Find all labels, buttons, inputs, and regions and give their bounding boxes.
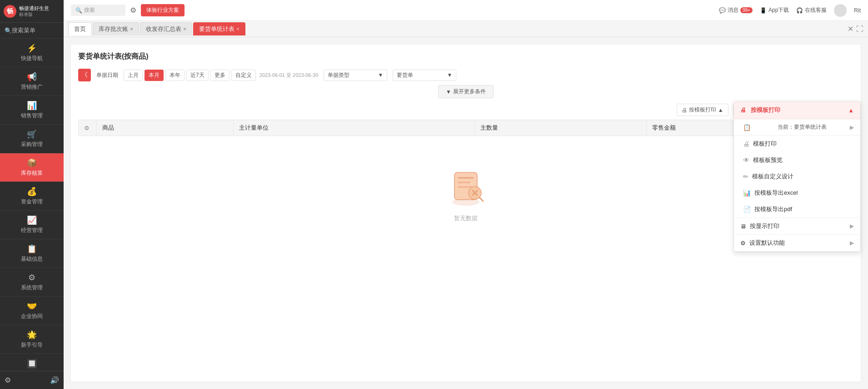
app-download-item[interactable]: 📱 App下载 [760, 6, 789, 14]
current-template-icon: 📋 [743, 124, 751, 131]
system-label: 系统管理 [21, 284, 43, 292]
sidebar-bottom: ⚙ 🔊 [0, 371, 64, 389]
date-btn-custom[interactable]: 自定义 [231, 70, 256, 81]
template-design-item[interactable]: ✏ 模板自定义设计 [734, 168, 860, 185]
user-avatar[interactable] [834, 4, 847, 17]
settings-bottom-icon[interactable]: ⚙ [5, 376, 11, 384]
column-settings-icon[interactable]: ⚙ [84, 125, 90, 131]
sidebar-item-basics[interactable]: 📋 基础信息 [0, 239, 64, 268]
template-preview-icon: 👁 [743, 157, 749, 164]
tab-label-collection-summary: 收发存汇总表 [146, 25, 181, 33]
date-btn-7days[interactable]: 近7天 [186, 70, 209, 81]
sidebar-search[interactable]: 🔍 搜索菜单 [0, 23, 64, 39]
speaker-icon[interactable]: 🔊 [50, 376, 59, 384]
tab-home[interactable]: 首页 [68, 22, 92, 35]
table-header-settings[interactable]: ⚙ [79, 120, 97, 136]
export-excel-label: 按模板导出excel [754, 189, 798, 197]
sidebar-item-finance[interactable]: 💰 资金管理 [0, 182, 64, 211]
maximize-icon[interactable]: ⛶ [856, 25, 863, 33]
doc-type-label: 单据类型 [328, 71, 349, 79]
doc-type-select[interactable]: 单据类型 ▼ [324, 70, 387, 81]
date-range-text: 2023-06-01 至 2023-06-30 [259, 72, 319, 79]
tab-collection-summary[interactable]: 收发存汇总表× [140, 22, 192, 35]
template-design-icon: ✏ [743, 173, 748, 180]
table-header-qty: 主数量 [475, 120, 647, 136]
current-template-item[interactable]: 📋 当前：要货单统计表 ▶ [734, 119, 860, 136]
sidebar-item-quick-nav[interactable]: ⚡ 快捷导航 [0, 39, 64, 67]
sidebar-item-inventory[interactable]: 📦 库存核算 [0, 153, 64, 182]
print-dropdown-header[interactable]: 🖨 按模板打印 ▲ [734, 101, 860, 119]
empty-text: 暂无数据 [454, 214, 478, 222]
sidebar-logo: 畅 畅捷通好生意 标准版 [0, 0, 64, 23]
sidebar-item-operations[interactable]: 📈 经营管理 [0, 211, 64, 239]
template-print-icon: 🖨 [743, 140, 749, 147]
export-pdf-item[interactable]: 📄 按模板导出pdf [734, 201, 860, 217]
printer-dropdown-icon: 🖨 [740, 106, 746, 113]
sidebar-item-collab[interactable]: 🤝 企业协同 [0, 297, 64, 325]
close-all-icon[interactable]: ✕ [848, 25, 853, 33]
sidebar-item-guide[interactable]: 🌟 新手引导 [0, 325, 64, 354]
finance-label: 资金管理 [21, 198, 43, 206]
apps-icon: 🔲 [27, 359, 37, 369]
sidebar-item-sales[interactable]: 📊 销售管理 [0, 96, 64, 125]
tab-close-collection-summary[interactable]: × [183, 26, 186, 32]
tab-close-batch-account[interactable]: × [130, 26, 133, 32]
logo-title: 畅捷通好生意 [19, 5, 49, 11]
topbar-left: 🔍 搜索 ⚙ 体验行业方案 [71, 4, 719, 16]
page-title: 要货单统计表(按商品) [78, 52, 853, 61]
tab-label-home: 首页 [74, 25, 86, 33]
topbar: 🔍 搜索 ⚙ 体验行业方案 💬 消息 99+ 📱 App下载 🎧 在线客服 Ri… [64, 0, 868, 21]
set-default-item[interactable]: ⚙ 设置默认功能 ▶ [734, 235, 860, 252]
sidebar-item-purchase[interactable]: 🛒 采购管理 [0, 125, 64, 153]
expand-more-label: 展开更多条件 [453, 88, 486, 96]
date-btn-this-year[interactable]: 本年 [165, 70, 185, 81]
inventory-label: 库存核算 [21, 169, 43, 177]
template-print-item[interactable]: 🖨 模板打印 [734, 136, 860, 152]
tab-order-stats[interactable]: 要货单统计表× [193, 22, 245, 35]
chevron-up-dropdown-icon: ▲ [848, 107, 854, 114]
chevron-right-icon: ▶ [850, 124, 854, 131]
expand-more-button[interactable]: ▼ 展开更多条件 [438, 85, 494, 98]
table-header-unit: 主计量单位 [234, 120, 475, 136]
export-excel-item[interactable]: 📊 按模板导出excel [734, 185, 860, 201]
tab-close-order-stats[interactable]: × [236, 26, 239, 32]
template-preview-item[interactable]: 👁 模板板预览 [734, 152, 860, 168]
operations-label: 经营管理 [21, 227, 43, 234]
sidebar-item-system[interactable]: ⚙ 系统管理 [0, 268, 64, 297]
chevron-down-icon: ▼ [378, 72, 383, 78]
chevron-down-icon-2: ▼ [447, 72, 452, 78]
date-btn-this-month[interactable]: 本月 [145, 70, 164, 81]
svg-rect-3 [458, 177, 474, 179]
expand-more-icon: ▼ [446, 89, 451, 95]
tab-batch-account[interactable]: 库存批次账× [93, 22, 139, 35]
print-label: 按模板打印 [689, 106, 716, 114]
date-filter-label: 单据日期 [96, 71, 118, 79]
date-btn-last-month[interactable]: 上月 [124, 70, 143, 81]
quick-nav-label: 快捷导航 [21, 55, 43, 62]
guide-icon: 🌟 [27, 330, 37, 340]
topbar-gear-icon[interactable]: ⚙ [130, 6, 136, 15]
inventory-icon: 📦 [27, 158, 37, 168]
sidebar-item-marketing[interactable]: 📢 营销推广 [0, 67, 64, 96]
tabs-end: ✕ ⛶ [848, 25, 863, 33]
industry-solution-button[interactable]: 体验行业方案 [141, 4, 185, 16]
purchase-icon: 🛒 [27, 129, 37, 139]
empty-illustration [443, 163, 489, 209]
sidebar-item-apps[interactable]: 🔲 应用中心 [0, 354, 64, 371]
filter-expand-button[interactable]: 《 [78, 69, 91, 81]
date-btn-more[interactable]: 更多 [210, 70, 229, 81]
message-item[interactable]: 💬 消息 99+ [719, 6, 753, 14]
collab-icon: 🤝 [27, 301, 37, 311]
goods-filter-select[interactable]: 要货单 ▼ [393, 70, 456, 81]
print-dropdown: 🖨 按模板打印 ▲ 📋 当前：要货单统计表 ▶ 🖨 模板打印 👁 模板板预览 [733, 101, 861, 252]
display-print-item[interactable]: 🖥 按显示打印 ▶ [734, 218, 860, 235]
topbar-search-box[interactable]: 🔍 搜索 [71, 5, 125, 16]
tabs-bar: 首页库存批次账×收发存汇总表×要货单统计表× ✕ ⛶ [64, 21, 868, 37]
svg-rect-5 [458, 186, 472, 188]
online-service-item[interactable]: 🎧 在线客服 [796, 6, 827, 14]
print-template-button[interactable]: 🖨 按模板打印 ▲ [677, 104, 728, 116]
logo-icon: 畅 [4, 5, 16, 18]
dropdown-template-section: 🖨 模板打印 👁 模板板预览 ✏ 模板自定义设计 📊 按模板导出excel 📄 [734, 136, 860, 218]
goods-label: 要货单 [397, 71, 413, 79]
basics-icon: 📋 [27, 244, 37, 254]
